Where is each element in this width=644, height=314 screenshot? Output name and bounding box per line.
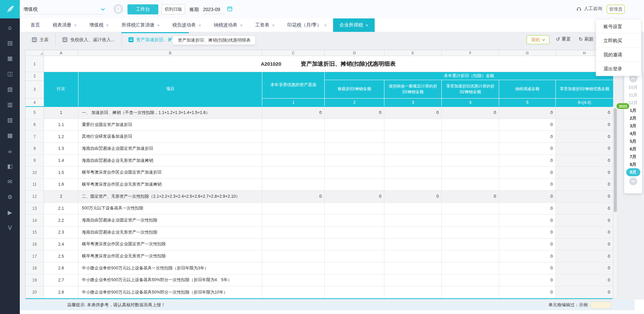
value-cell-e[interactable] bbox=[384, 167, 442, 178]
month-item[interactable]: 11月 bbox=[626, 91, 640, 99]
value-cell-f[interactable] bbox=[442, 250, 499, 262]
main-tab[interactable]: 首页 bbox=[24, 18, 46, 32]
value-cell-c[interactable] bbox=[262, 286, 325, 298]
months-scroll-down-button[interactable] bbox=[629, 177, 637, 185]
admin-button[interactable]: 管理员 bbox=[607, 5, 625, 14]
tax-type-select[interactable]: 增值税 bbox=[23, 4, 106, 14]
value-cell-g[interactable]: 0 bbox=[499, 214, 556, 226]
value-cell-g[interactable]: 0 bbox=[499, 262, 556, 274]
calendar-icon[interactable] bbox=[227, 6, 232, 13]
value-cell-g[interactable]: 0 bbox=[499, 107, 556, 119]
tab-close-icon[interactable]: × bbox=[366, 23, 368, 28]
tab-close-icon[interactable]: × bbox=[240, 23, 243, 28]
value-cell-d[interactable] bbox=[325, 203, 384, 214]
value-cell-e[interactable] bbox=[384, 143, 442, 154]
tab-close-icon[interactable]: × bbox=[272, 23, 275, 28]
value-cell-c[interactable] bbox=[262, 203, 325, 214]
value-cell-c[interactable] bbox=[262, 227, 325, 238]
value-cell-e[interactable] bbox=[384, 131, 442, 142]
value-cell-f[interactable] bbox=[442, 239, 499, 250]
value-cell-e[interactable] bbox=[384, 214, 442, 226]
value-cell-f[interactable] bbox=[442, 227, 499, 238]
value-cell-g[interactable]: 0 bbox=[499, 155, 556, 167]
value-cell-d[interactable] bbox=[325, 274, 384, 286]
user-menu-item[interactable]: 退出登录 bbox=[596, 62, 641, 76]
value-cell-c[interactable] bbox=[262, 250, 325, 262]
value-cell-f[interactable] bbox=[442, 155, 499, 167]
sidebar-icon[interactable]: ◧ bbox=[6, 163, 14, 171]
value-cell-d[interactable] bbox=[325, 227, 384, 238]
value-cell-e[interactable] bbox=[384, 179, 442, 190]
sidebar-icon[interactable]: ☕ bbox=[6, 147, 14, 155]
sidebar-icon[interactable]: Ⅴ bbox=[6, 224, 14, 232]
month-item[interactable]: 3月 bbox=[626, 122, 640, 130]
value-cell-c[interactable] bbox=[262, 119, 325, 131]
value-cell-d[interactable] bbox=[325, 262, 384, 274]
value-cell-f[interactable] bbox=[442, 131, 499, 142]
value-cell-f[interactable] bbox=[442, 262, 499, 274]
sidebar-icon[interactable]: ▧ bbox=[6, 85, 14, 93]
month-item[interactable]: 4月 bbox=[626, 130, 640, 137]
value-cell-c[interactable] bbox=[262, 131, 325, 142]
value-cell-e[interactable]: 0 bbox=[384, 191, 442, 202]
value-cell-d[interactable]: 0 bbox=[325, 191, 384, 202]
value-cell-e[interactable] bbox=[384, 155, 442, 167]
sidebar-icon[interactable]: ▦ bbox=[6, 55, 14, 63]
value-cell-d[interactable] bbox=[325, 131, 384, 142]
value-cell-g[interactable]: 0 bbox=[499, 203, 556, 214]
value-cell-g[interactable]: 0 bbox=[499, 143, 556, 154]
value-cell-c[interactable] bbox=[262, 155, 325, 167]
reset-button[interactable]: ↺ 重置 bbox=[556, 36, 571, 42]
value-cell-c[interactable]: 0 bbox=[262, 191, 325, 202]
value-cell-g[interactable]: 0 bbox=[499, 119, 556, 131]
month-item[interactable]: 8月 bbox=[626, 161, 640, 168]
tab-close-icon[interactable]: × bbox=[199, 23, 201, 28]
value-cell-d[interactable] bbox=[325, 286, 384, 298]
tab-close-icon[interactable]: × bbox=[106, 23, 109, 28]
sheet-subtab[interactable]: 免税收入、减计收入... bbox=[55, 32, 121, 47]
period-value[interactable]: 2023-09 bbox=[203, 4, 224, 14]
scrollbar-thumb[interactable] bbox=[614, 108, 617, 212]
value-cell-e[interactable] bbox=[384, 227, 442, 238]
value-cell-d[interactable] bbox=[325, 155, 384, 167]
month-item[interactable]: 5月 bbox=[626, 137, 640, 145]
support-link[interactable]: 人工咨询 bbox=[576, 6, 602, 12]
value-cell-g[interactable]: 0 bbox=[499, 239, 556, 250]
value-cell-f[interactable] bbox=[442, 203, 499, 214]
value-cell-f[interactable] bbox=[442, 179, 499, 190]
value-cell-e[interactable] bbox=[384, 203, 442, 214]
value-cell-d[interactable] bbox=[325, 179, 384, 190]
sidebar-icon[interactable]: ▤ bbox=[6, 39, 14, 47]
value-cell-f[interactable] bbox=[442, 286, 499, 298]
month-item[interactable]: 9月 bbox=[626, 168, 640, 176]
value-cell-d[interactable] bbox=[325, 167, 384, 178]
value-cell-f[interactable] bbox=[442, 274, 499, 286]
sidebar-icon[interactable]: ▨ bbox=[6, 116, 14, 124]
sheet-subtab[interactable]: 主表 bbox=[25, 32, 55, 47]
tab-close-icon[interactable]: × bbox=[74, 23, 77, 28]
value-cell-c[interactable] bbox=[262, 239, 325, 250]
value-cell-e[interactable] bbox=[384, 286, 442, 298]
sidebar-icon[interactable]: ⚙ bbox=[6, 193, 14, 201]
sidebar-icon[interactable]: ⌂ bbox=[6, 24, 14, 32]
sidebar-icon[interactable]: ▩ bbox=[6, 132, 14, 140]
value-cell-g[interactable]: 0 bbox=[499, 179, 556, 190]
value-cell-c[interactable]: 0 bbox=[262, 107, 325, 119]
refresh-button[interactable]: ↻ 刷新 bbox=[579, 36, 594, 42]
main-tab[interactable]: 印花税（月/季） × bbox=[281, 18, 333, 32]
main-tab[interactable]: 纳税波动表 × bbox=[207, 18, 249, 32]
value-cell-g[interactable]: 0 bbox=[499, 191, 556, 202]
month-item[interactable]: 7月 bbox=[626, 153, 640, 161]
vertical-scrollbar[interactable] bbox=[613, 107, 618, 299]
value-cell-d[interactable] bbox=[325, 250, 384, 262]
user-menu-item[interactable]: 立即购买 bbox=[596, 34, 641, 48]
value-cell-d[interactable] bbox=[325, 143, 384, 154]
workbench-button[interactable]: 工作台 bbox=[127, 4, 158, 14]
value-cell-f[interactable] bbox=[442, 119, 499, 131]
value-cell-f[interactable] bbox=[442, 143, 499, 154]
value-cell-g[interactable]: 0 bbox=[499, 250, 556, 262]
value-cell-e[interactable]: 0 bbox=[384, 107, 442, 119]
value-cell-c[interactable] bbox=[262, 274, 325, 286]
value-cell-d[interactable] bbox=[325, 214, 384, 226]
sidebar-icon[interactable]: ◫ bbox=[6, 70, 14, 78]
